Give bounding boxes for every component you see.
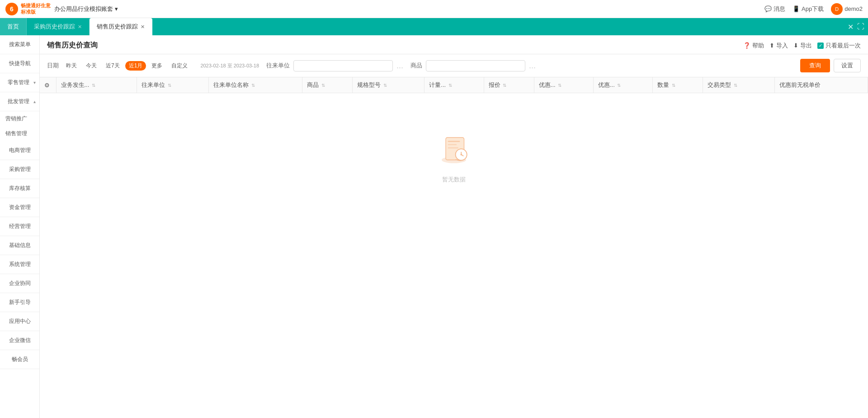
- sidebar-item-sales-mgmt[interactable]: 销售管理: [0, 126, 39, 141]
- sidebar-item-inventory[interactable]: 库存核算: [0, 179, 39, 198]
- sidebar-item-system-mgmt[interactable]: 系统管理: [0, 255, 39, 274]
- col-unit[interactable]: 计量... ⇅: [425, 77, 484, 93]
- date-label: 日期: [47, 62, 59, 70]
- sidebar-item-quick-nav[interactable]: 快捷导航: [0, 54, 39, 73]
- help-icon: ❓: [743, 42, 750, 49]
- tab-home[interactable]: 首页: [0, 18, 27, 35]
- workspace-selector[interactable]: 办公用品行业模拟账套 ▾: [54, 5, 118, 13]
- goods-input[interactable]: [426, 60, 525, 71]
- date-option-yesterday[interactable]: 昨天: [62, 61, 80, 71]
- partner-label: 往来单位: [266, 62, 290, 70]
- sidebar-item-search-menu[interactable]: 搜索菜单: [0, 35, 39, 54]
- import-icon: ⬆: [769, 42, 774, 49]
- sidebar: 搜索菜单 快捷导航 零售管理 ▾ 批发管理 ▴ 营销推广 销售管理 电商管理 采…: [0, 35, 40, 418]
- date-option-more[interactable]: 更多: [148, 61, 166, 71]
- logo-text: 畅捷通好生意 标准版: [21, 3, 51, 14]
- empty-state: 暂无数据: [40, 93, 868, 220]
- tab-sales-history[interactable]: 销售历史价跟踪 ✕: [90, 18, 152, 35]
- empty-state-row: 暂无数据: [40, 93, 868, 220]
- message-btn[interactable]: 💬 消息: [764, 5, 785, 13]
- filter-bar: 日期 昨天 今天 近7天 近1月 更多 自定义 2023-02-18 至 202…: [40, 54, 868, 77]
- settings-button[interactable]: 设置: [834, 59, 861, 72]
- sidebar-item-finance-mgmt[interactable]: 资金管理: [0, 198, 39, 217]
- import-btn[interactable]: ⬆ 导入: [769, 42, 788, 50]
- export-btn[interactable]: ⬇ 导出: [793, 42, 812, 50]
- sort-arrows-price: ⇅: [503, 83, 506, 88]
- close-window-btn[interactable]: ✕: [848, 23, 854, 31]
- sort-arrows-spec: ⇅: [383, 83, 387, 88]
- top-bar: 6 畅捷通好生意 标准版 办公用品行业模拟账套 ▾ 💬 消息 📱 App下载 D…: [0, 0, 868, 18]
- tab-purchase-label: 采购历史价跟踪: [34, 23, 75, 31]
- col-discount1[interactable]: 优惠... ⇅: [534, 77, 593, 93]
- col-discount2[interactable]: 优惠... ⇅: [593, 77, 652, 93]
- sidebar-item-retail-mgmt[interactable]: 零售管理 ▾: [0, 73, 39, 92]
- settings-icon[interactable]: ⚙: [44, 82, 50, 89]
- sidebar-item-new-guide[interactable]: 新手引导: [0, 293, 39, 312]
- col-goods[interactable]: 商品 ⇅: [302, 77, 353, 93]
- chevron-down-icon: ▾: [115, 5, 118, 12]
- sidebar-item-wholesale-mgmt[interactable]: 批发管理 ▴: [0, 92, 39, 111]
- export-icon: ⬇: [793, 42, 798, 49]
- sidebar-item-app-center[interactable]: 应用中心: [0, 312, 39, 331]
- col-partner-code[interactable]: 往来单位 ⇅: [137, 77, 209, 93]
- col-quantity[interactable]: 数量 ⇅: [653, 77, 703, 93]
- message-icon: 💬: [764, 5, 772, 12]
- app-download-btn[interactable]: 📱 App下载: [793, 5, 824, 13]
- partner-input[interactable]: [293, 60, 393, 71]
- sort-arrows-unit: ⇅: [448, 83, 452, 88]
- main-layout: 搜索菜单 快捷导航 零售管理 ▾ 批发管理 ▴ 营销推广 销售管理 电商管理 采…: [0, 35, 868, 418]
- date-range-text: 2023-02-18 至 2023-03-18: [200, 62, 259, 69]
- sidebar-item-purchase-mgmt[interactable]: 采购管理: [0, 160, 39, 179]
- sidebar-item-ecommerce-mgmt[interactable]: 电商管理: [0, 141, 39, 160]
- goods-dots-btn[interactable]: ...: [529, 61, 536, 71]
- col-settings: ⚙: [40, 77, 56, 93]
- empty-icon: [434, 129, 474, 170]
- col-price[interactable]: 报价 ⇅: [484, 77, 534, 93]
- sidebar-item-enterprise-collab[interactable]: 企业协同: [0, 274, 39, 293]
- sort-arrows-trade-type: ⇅: [734, 83, 737, 88]
- col-partner-name[interactable]: 往来单位名称 ⇅: [209, 77, 302, 93]
- top-bar-left: 6 畅捷通好生意 标准版 办公用品行业模拟账套 ▾: [5, 3, 118, 15]
- app-icon: 📱: [793, 5, 800, 12]
- col-pretax-price[interactable]: 优惠前无税单价: [775, 77, 868, 93]
- tab-purchase-close[interactable]: ✕: [78, 24, 82, 30]
- maximize-btn[interactable]: ⛶: [857, 23, 864, 31]
- date-option-last7days[interactable]: 近7天: [102, 61, 123, 71]
- tab-bar: 首页 采购历史价跟踪 ✕ 销售历史价跟踪 ✕ ✕ ⛶: [0, 18, 868, 35]
- date-filter-group: 日期 昨天 今天 近7天 近1月 更多 自定义: [47, 61, 191, 71]
- empty-text: 暂无数据: [442, 176, 466, 184]
- col-spec[interactable]: 规格型号 ⇅: [353, 77, 425, 93]
- show-last-once[interactable]: 只看最后一次: [817, 42, 861, 50]
- svg-point-8: [460, 154, 462, 156]
- data-table: ⚙ 业务发生... ⇅ 往来单位 ⇅ 往来单位名称 ⇅: [40, 77, 868, 220]
- date-option-custom[interactable]: 自定义: [168, 61, 191, 71]
- partner-dots-btn[interactable]: ...: [396, 61, 403, 71]
- page-title: 销售历史价查询: [47, 41, 98, 50]
- date-option-today[interactable]: 今天: [82, 61, 100, 71]
- tab-purchase-history[interactable]: 采购历史价跟踪 ✕: [27, 18, 90, 35]
- sort-arrows-goods: ⇅: [321, 83, 325, 88]
- col-biz-date[interactable]: 业务发生... ⇅: [56, 77, 137, 93]
- tab-sales-label: 销售历史价跟踪: [97, 23, 138, 31]
- top-bar-right: 💬 消息 📱 App下载 D demo2: [764, 3, 863, 15]
- sidebar-item-enterprise-wechat[interactable]: 企业微信: [0, 331, 39, 350]
- user-avatar-area[interactable]: D demo2: [831, 3, 863, 15]
- date-option-last1month[interactable]: 近1月: [125, 61, 146, 71]
- avatar: D: [831, 3, 843, 15]
- sidebar-item-operation-mgmt[interactable]: 经营管理: [0, 217, 39, 236]
- sidebar-item-basic-info[interactable]: 基础信息: [0, 236, 39, 255]
- svg-rect-4: [448, 147, 458, 149]
- sidebar-item-vip-member[interactable]: 畅会员: [0, 350, 39, 369]
- col-trade-type[interactable]: 交易类型 ⇅: [703, 77, 775, 93]
- table-container: ⚙ 业务发生... ⇅ 往来单位 ⇅ 往来单位名称 ⇅: [40, 77, 868, 418]
- workspace-name: 办公用品行业模拟账套: [54, 5, 113, 13]
- sort-arrows-partner-name: ⇅: [251, 83, 255, 88]
- content-area: 销售历史价查询 ❓ 帮助 ⬆ 导入 ⬇ 导出 只看最后一次: [40, 35, 868, 418]
- show-last-once-checkbox[interactable]: [817, 43, 824, 49]
- svg-rect-3: [448, 144, 457, 145]
- tab-sales-close[interactable]: ✕: [141, 24, 145, 30]
- help-btn[interactable]: ❓ 帮助: [743, 42, 764, 50]
- query-button[interactable]: 查询: [800, 59, 830, 72]
- sort-arrows-biz-date: ⇅: [92, 83, 95, 88]
- sidebar-item-marketing[interactable]: 营销推广: [0, 111, 39, 126]
